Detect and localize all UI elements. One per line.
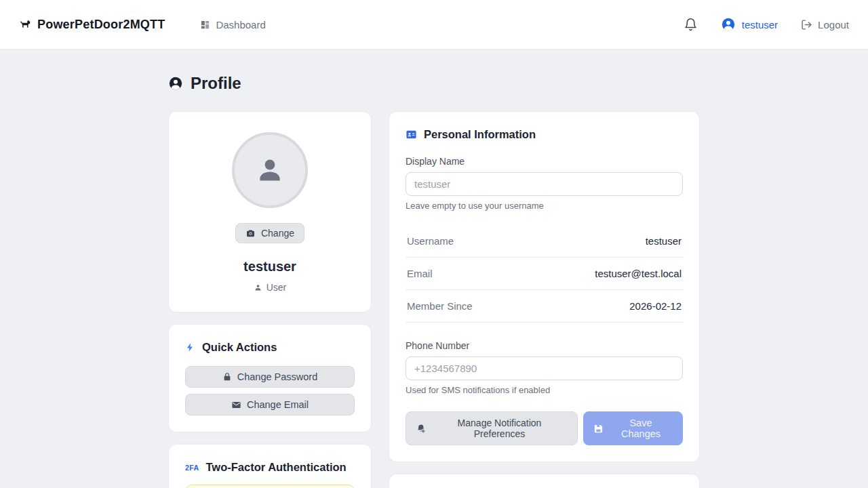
display-name-input[interactable] <box>406 172 683 196</box>
save-changes-label: Save Changes <box>609 418 673 439</box>
profile-role: User <box>185 282 355 293</box>
camera-icon <box>245 228 256 239</box>
2fa-icon: 2FA <box>185 464 199 472</box>
profile-role-label: User <box>267 282 287 293</box>
avatar-card: Change testuser User <box>168 111 372 312</box>
display-name-label: Display Name <box>406 156 683 167</box>
change-password-label: Change Password <box>237 371 318 382</box>
username-value: testuser <box>646 235 682 247</box>
manage-notifications-button[interactable]: Manage Notification Preferences <box>406 411 578 445</box>
change-email-button[interactable]: Change Email <box>185 394 355 415</box>
appearance-card: Appearance <box>389 474 700 488</box>
main-content: Profile <box>168 49 700 488</box>
personal-info-card: Personal Information Display Name Leave … <box>389 111 700 462</box>
logout-button[interactable]: Logout <box>801 19 849 30</box>
info-row-username: Username testuser <box>406 225 683 258</box>
change-avatar-button[interactable]: Change <box>235 223 304 243</box>
brand-title: PowerPetDoor2MQTT <box>37 18 165 32</box>
page-title-text: Profile <box>191 74 241 93</box>
phone-hint: Used for SMS notifications if enabled <box>406 385 683 395</box>
member-since-value: 2026-02-12 <box>629 300 682 312</box>
person-small-icon <box>254 283 262 292</box>
user-menu[interactable]: testuser <box>721 17 778 32</box>
nav-dashboard[interactable]: Dashboard <box>200 19 265 30</box>
right-column: Personal Information Display Name Leave … <box>389 111 700 488</box>
two-factor-heading: 2FA Two-Factor Authentication <box>185 461 355 474</box>
two-factor-title: Two-Factor Authentication <box>205 461 346 474</box>
dog-icon <box>19 18 31 30</box>
dashboard-grid-icon <box>200 20 210 30</box>
profile-icon <box>168 76 183 91</box>
two-factor-card: 2FA Two-Factor Authentication <box>168 444 372 488</box>
bolt-icon <box>185 342 195 352</box>
email-value: testuser@test.local <box>595 268 682 279</box>
phone-input[interactable] <box>406 357 683 380</box>
logout-label: Logout <box>818 19 849 30</box>
top-bar: PowerPetDoor2MQTT Dashboard <box>0 0 868 49</box>
envelope-icon <box>231 400 241 410</box>
info-row-member-since: Member Since 2026-02-12 <box>406 290 683 323</box>
account-info-rows: Username testuser Email testuser@test.lo… <box>406 225 683 323</box>
brand: PowerPetDoor2MQTT <box>19 18 165 32</box>
user-menu-label: testuser <box>742 19 778 30</box>
user-circle-icon <box>721 17 736 32</box>
member-since-label: Member Since <box>407 300 473 312</box>
manage-notifications-label: Manage Notification Preferences <box>431 418 568 439</box>
logout-icon <box>801 19 812 30</box>
personal-info-heading: Personal Information <box>406 128 683 141</box>
quick-actions-title: Quick Actions <box>202 341 277 354</box>
bell-gear-icon <box>416 424 426 434</box>
display-name-hint: Leave empty to use your username <box>406 201 683 211</box>
id-card-icon <box>406 129 417 140</box>
change-avatar-label: Change <box>261 228 294 239</box>
personal-info-title: Personal Information <box>424 128 536 141</box>
page-title: Profile <box>168 74 700 93</box>
profile-name: testuser <box>185 259 355 274</box>
save-icon <box>593 424 604 434</box>
personal-info-actions: Manage Notification Preferences Save Cha… <box>406 411 683 445</box>
avatar <box>232 132 308 208</box>
person-icon <box>254 154 286 186</box>
change-password-button[interactable]: Change Password <box>185 366 355 388</box>
username-label: Username <box>407 235 454 247</box>
quick-actions-card: Quick Actions Change Password <box>168 324 372 432</box>
nav-dashboard-label: Dashboard <box>216 19 265 30</box>
phone-label: Phone Number <box>406 340 683 351</box>
left-column: Change testuser User <box>168 111 372 488</box>
quick-actions-heading: Quick Actions <box>185 341 355 354</box>
bell-icon[interactable] <box>684 18 698 32</box>
info-row-email: Email testuser@test.local <box>406 258 683 290</box>
two-factor-warning-box <box>185 485 355 488</box>
change-email-label: Change Email <box>247 399 309 410</box>
lock-icon <box>222 372 232 382</box>
top-bar-right: testuser Logout <box>684 17 849 32</box>
email-label: Email <box>407 268 433 279</box>
save-changes-button[interactable]: Save Changes <box>583 411 683 445</box>
